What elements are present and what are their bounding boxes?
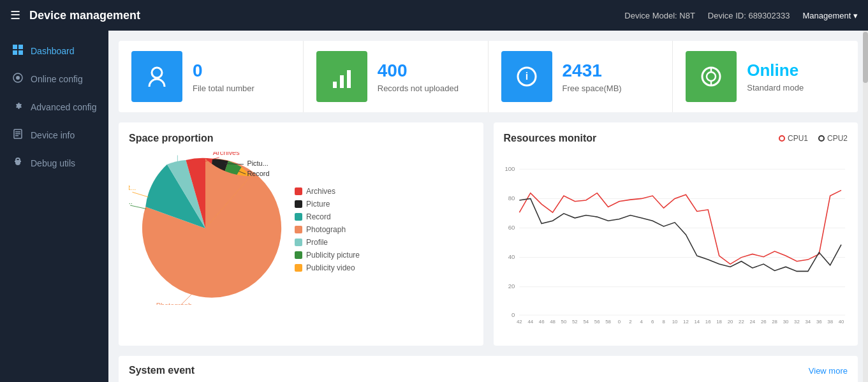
- svg-text:20: 20: [727, 319, 733, 325]
- svg-text:52: 52: [572, 319, 578, 325]
- topbar: ☰ Device management Device Model: N8T De…: [0, 0, 868, 31]
- scrollbar-track: [863, 31, 868, 382]
- svg-text:22: 22: [739, 319, 744, 325]
- pie-chart-svg: Archives Pictu... Record Profile Publici…: [129, 152, 282, 305]
- svg-rect-7: [15, 131, 20, 133]
- online-status-label: Standard mode: [747, 83, 804, 92]
- svg-text:16: 16: [705, 319, 710, 325]
- sidebar-item-label: Online config: [31, 74, 83, 84]
- sidebar-item-label: Advanced config: [31, 102, 97, 112]
- svg-text:60: 60: [508, 224, 515, 231]
- cpu1-label: CPU1: [788, 134, 808, 143]
- legend-item-publicity-picture: Publicity picture: [295, 251, 360, 260]
- line-chart-svg: 100 80 60 40 20 0: [504, 151, 848, 335]
- online-status-number: Online: [747, 61, 804, 80]
- device-id-label: Device ID: 689302333: [708, 11, 790, 20]
- sidebar-item-label: Dashboard: [31, 46, 75, 56]
- svg-text:0: 0: [617, 319, 621, 325]
- legend-label-publicity-picture: Publicity picture: [306, 251, 360, 260]
- svg-text:80: 80: [508, 195, 515, 202]
- svg-text:34: 34: [805, 319, 811, 325]
- resources-header: Resources monitor CPU1 CPU2: [504, 133, 848, 144]
- svg-text:20: 20: [508, 283, 515, 290]
- app-title: Device management: [29, 9, 624, 22]
- topbar-right: Device Model: N8T Device ID: 689302333 M…: [624, 11, 858, 20]
- legend-label-profile: Profile: [306, 238, 328, 247]
- legend-dot-archives: [295, 187, 302, 195]
- svg-text:100: 100: [504, 165, 515, 172]
- charts-row: Space proportion: [119, 122, 858, 346]
- sidebar-item-debug-utils[interactable]: Debug utils: [0, 149, 108, 177]
- online-icon-box: [686, 51, 737, 102]
- menu-icon[interactable]: ☰: [10, 8, 20, 22]
- svg-rect-9: [15, 135, 18, 136]
- svg-rect-11: [333, 82, 337, 88]
- svg-text:54: 54: [583, 319, 589, 325]
- pie-container: Archives Pictu... Record Profile Publici…: [129, 152, 473, 307]
- legend-dot-publicity-video: [295, 264, 302, 272]
- svg-rect-1: [18, 45, 23, 49]
- system-event-card: System event View more: [119, 356, 858, 382]
- file-total-number: 0: [193, 61, 254, 81]
- svg-text:Publicit...: Publicit...: [129, 184, 136, 191]
- svg-text:14: 14: [694, 319, 700, 325]
- svg-text:4: 4: [640, 319, 643, 325]
- svg-point-5: [16, 76, 20, 80]
- view-more-link[interactable]: View more: [809, 366, 848, 376]
- sidebar-item-device-info[interactable]: Device info: [0, 121, 108, 149]
- file-total-text: 0 File total number: [193, 61, 254, 93]
- main-layout: Dashboard Online config Advanced config …: [0, 31, 868, 382]
- svg-text:Photograph: Photograph: [156, 302, 192, 305]
- advanced-config-icon: [11, 101, 24, 114]
- svg-text:42: 42: [517, 319, 522, 325]
- svg-line-29: [132, 192, 148, 197]
- sidebar-item-online-config[interactable]: Online config: [0, 65, 108, 93]
- svg-point-17: [707, 72, 716, 81]
- legend-item-picture: Picture: [295, 200, 360, 209]
- legend-label-archives: Archives: [306, 187, 335, 196]
- debug-utils-icon: [11, 157, 24, 170]
- svg-text:Record: Record: [247, 170, 269, 177]
- resources-monitor-card: Resources monitor CPU1 CPU2 1: [494, 122, 858, 346]
- file-total-icon-box: [131, 51, 182, 102]
- sidebar-item-dashboard[interactable]: Dashboard: [0, 37, 108, 65]
- svg-rect-2: [13, 50, 17, 55]
- stat-card-free-space: i 2431 Free space(MB): [489, 41, 673, 112]
- sidebar: Dashboard Online config Advanced config …: [0, 31, 108, 382]
- device-model-label: Device Model: N8T: [624, 11, 695, 20]
- free-space-label: Free space(MB): [563, 84, 622, 93]
- svg-text:i: i: [525, 71, 527, 82]
- svg-line-31: [130, 205, 146, 209]
- records-icon-box: [316, 51, 367, 102]
- legend-label-record: Record: [306, 212, 331, 221]
- legend-label-publicity-video: Publicity video: [306, 263, 355, 272]
- svg-text:38: 38: [827, 319, 833, 325]
- svg-text:Publicit...: Publicit...: [129, 198, 133, 205]
- legend-cpu1: CPU1: [779, 134, 808, 143]
- cpu2-circle: [818, 135, 825, 142]
- svg-text:26: 26: [760, 319, 766, 325]
- system-event-title: System event: [129, 365, 195, 376]
- svg-text:50: 50: [561, 319, 566, 325]
- resources-monitor-title: Resources monitor: [504, 133, 597, 144]
- management-menu[interactable]: Management: [802, 11, 858, 20]
- stat-cards-row: 0 File total number 400 Records not uplo…: [119, 41, 858, 112]
- svg-text:46: 46: [538, 319, 544, 325]
- space-proportion-title: Space proportion: [129, 133, 473, 144]
- legend-item-archives: Archives: [295, 187, 360, 196]
- svg-text:Profile: Profile: [161, 152, 180, 153]
- cpu2-label: CPU2: [827, 134, 848, 143]
- legend-label-photograph: Photograph: [306, 225, 346, 234]
- svg-text:6: 6: [651, 319, 654, 325]
- svg-text:18: 18: [716, 319, 722, 325]
- file-total-label: File total number: [193, 84, 254, 93]
- svg-text:0: 0: [511, 311, 515, 318]
- online-text: Online Standard mode: [747, 61, 804, 92]
- svg-rect-3: [18, 50, 23, 55]
- scrollbar-thumb[interactable]: [863, 32, 868, 83]
- svg-text:58: 58: [605, 319, 611, 325]
- svg-text:56: 56: [594, 319, 600, 325]
- svg-text:40: 40: [838, 319, 844, 325]
- sidebar-item-label: Device info: [31, 130, 75, 140]
- sidebar-item-advanced-config[interactable]: Advanced config: [0, 93, 108, 121]
